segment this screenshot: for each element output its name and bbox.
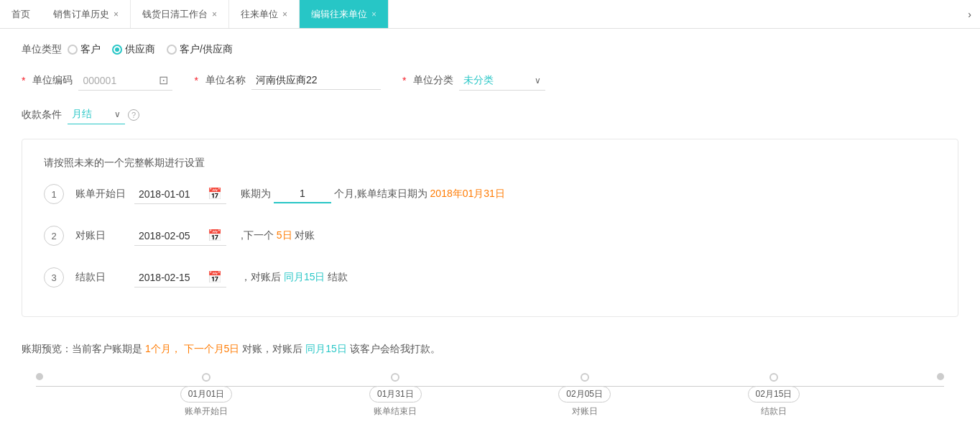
step-highlight-day-2: 5日 [277,229,292,241]
tab-home[interactable]: 首页 [0,0,42,28]
step-row-3: 3 结款日 📅 ，对账后 同月15日 结款 [44,267,936,288]
preview-period: 1个月， [145,343,181,354]
node-tag-3: 02月05日 [558,386,611,402]
setting-panel: 请按照未来的一个完整帐期进行设置 1 账单开始日 📅 账期为 个月,账单结束日期… [22,139,958,317]
radio-customer[interactable]: 客户 [68,43,101,56]
step-date-1: 📅 [134,184,226,204]
payment-terms-field: 收款条件 月结 ∨ ? [22,105,139,124]
step-desc-1: 账期为 个月,账单结束日期为 2018年01月31日 [241,185,505,203]
unit-type-radio-group: 客户 供应商 客户/供应商 [68,43,233,56]
unit-code-star: * [22,75,25,86]
unit-code-input[interactable] [83,75,154,86]
step-desc-prefix-3: ，对账后 [241,271,281,282]
preview-mid: 对账，对账后 [242,343,302,354]
help-icon[interactable]: ? [128,109,139,121]
node-dot-1 [202,373,211,382]
radio-customer-circle [68,45,78,55]
tab-edit-partner-close[interactable]: × [371,9,376,19]
node-tag-2: 01月31日 [369,386,422,402]
step-date-input-3[interactable] [139,272,203,283]
tab-sales-history-label: 销售订单历史 [53,8,109,21]
unit-code-field: * 单位编码 ⊡ [22,70,172,91]
unit-type-field: 单位类型 客户 供应商 客户/供应商 [22,43,233,56]
timeline-start-node [36,373,43,402]
preview-settle: 同月15日 [305,343,347,354]
radio-both-circle [167,45,177,55]
step-desc-3: ，对账后 同月15日 结款 [241,271,348,284]
timeline-node-3: 02月05日 对账日 [558,373,611,418]
timeline-node-1: 01月01日 账单开始日 [180,373,233,418]
tab-more-button[interactable]: › [959,0,980,28]
unit-name-label: 单位名称 [205,74,246,87]
radio-both[interactable]: 客户/供应商 [167,43,233,56]
step-label-2: 对账日 [75,229,126,242]
timeline-end-dot [937,373,944,380]
calendar-icon-1[interactable]: 📅 [208,187,222,201]
period-input[interactable] [274,185,331,203]
unit-type-label: 单位类型 [22,43,62,56]
chevron-right-icon: › [968,9,971,20]
unit-code-label: 单位编码 [32,74,73,87]
radio-customer-label: 客户 [80,43,101,56]
step-desc-prefix-2: ,下一个 [241,229,274,241]
payment-terms-value: 月结 [72,108,92,121]
radio-supplier-label: 供应商 [125,43,155,56]
preview-section: 账期预览：当前客户账期是 1个月， 下一个月5日 对账，对账后 同月15日 该客… [22,331,958,418]
tab-partner-close[interactable]: × [282,9,287,19]
step-desc-suffix-3: 结款 [328,271,348,282]
payment-terms-arrow-icon: ∨ [114,109,121,119]
calendar-icon-3[interactable]: 📅 [208,270,222,284]
tab-sales-history-close[interactable]: × [114,9,119,19]
tab-edit-partner[interactable]: 编辑往来单位 × [300,0,389,28]
unit-name-input[interactable] [251,72,381,90]
preview-label: 账期预览：当前客户账期是 [22,343,142,354]
node-dot-4 [769,373,778,382]
calendar-icon-2[interactable]: 📅 [208,229,222,242]
unit-category-label: 单位分类 [413,74,453,87]
step-desc-2: ,下一个 5日 对账 [241,229,315,242]
radio-supplier[interactable]: 供应商 [112,43,155,56]
unit-info-row: * 单位编码 ⊡ * 单位名称 * 单位分类 未分类 ∨ [22,70,958,91]
unit-category-value: 未分类 [463,74,494,87]
step-row-1: 1 账单开始日 📅 账期为 个月,账单结束日期为 2018年01月31日 [44,184,936,204]
timeline-node-2: 01月31日 账单结束日 [369,373,422,418]
tab-partner[interactable]: 往来单位 × [229,0,300,28]
tab-edit-partner-label: 编辑往来单位 [311,8,367,21]
payment-terms-select-wrapper: 月结 ∨ ? [68,105,139,124]
step-row-2: 2 对账日 📅 ,下一个 5日 对账 [44,226,936,246]
step-desc-prefix-1: 账期为 [241,188,271,199]
step-highlight-day-3: 同月15日 [284,271,325,282]
step-label-3: 结款日 [75,271,126,284]
unit-type-row: 单位类型 客户 供应商 客户/供应商 [22,43,958,56]
preview-end: 该客户会给我打款。 [350,343,440,354]
payment-terms-select[interactable]: 月结 ∨ [68,105,125,124]
timeline-start-dot [36,373,43,380]
tab-sales-history[interactable]: 销售订单历史 × [42,0,131,28]
unit-name-field: * 单位名称 [194,72,380,90]
step-num-1: 1 [44,184,64,204]
tab-cash-work[interactable]: 钱货日清工作台 × [131,0,229,28]
step-date-input-1[interactable] [139,188,203,200]
step-label-1: 账单开始日 [75,188,126,201]
payment-terms-row: 收款条件 月结 ∨ ? [22,105,958,124]
tab-bar: 首页 销售订单历史 × 钱货日清工作台 × 往来单位 × 编辑往来单位 × › [0,0,980,29]
unit-category-star: * [402,75,406,86]
step-num-3: 3 [44,267,64,288]
node-sublabel-4: 结款日 [761,405,787,418]
unit-category-field: * 单位分类 未分类 ∨ [402,71,545,91]
unit-category-arrow-icon: ∨ [535,75,541,86]
unit-category-select[interactable]: 未分类 ∨ [459,71,545,91]
timeline-nodes: 01月01日 账单开始日 01月31日 账单结束日 02月05日 对账日 [36,373,944,418]
radio-supplier-circle [112,45,122,55]
copy-icon[interactable]: ⊡ [159,73,168,87]
preview-next: 下一个月5日 [184,343,240,354]
preview-text: 账期预览：当前客户账期是 1个月， 下一个月5日 对账，对账后 同月15日 该客… [22,343,958,356]
step-date-input-2[interactable] [139,230,203,242]
node-dot-3 [581,373,589,382]
step-date-3: 📅 [134,267,226,288]
tab-cash-work-label: 钱货日清工作台 [142,8,208,21]
radio-both-label: 客户/供应商 [180,43,233,56]
node-sublabel-1: 账单开始日 [185,405,228,418]
tab-cash-work-close[interactable]: × [212,9,217,19]
timeline-node-4: 02月15日 结款日 [748,373,800,418]
